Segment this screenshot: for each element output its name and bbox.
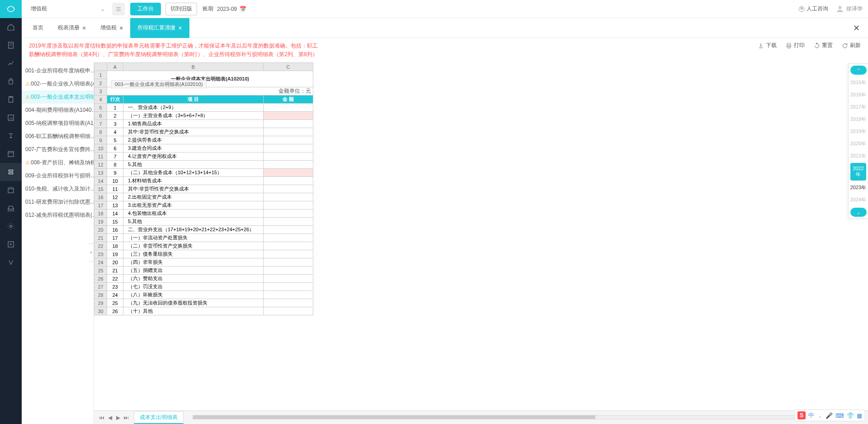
year-item[interactable]: 2024年 [849,194,868,206]
table-row[interactable]: 2218（二）非货币性资产交换损失 [94,242,313,250]
nav-chart-icon[interactable] [0,54,22,72]
ime-toolbar[interactable]: S 中，🎤⌨👕▦ [794,410,865,421]
table-row[interactable]: 2016二、营业外支出（17+18+19+20+21+22+23+24+25+2… [94,226,313,234]
sheet-nav-prev[interactable]: ◀ [106,414,114,421]
tab-增值税[interactable]: 增值税× [93,18,130,38]
close-icon[interactable]: × [82,24,86,32]
sheet-nav-last[interactable]: ⏭ [122,414,130,421]
table-row[interactable]: 51一、营业成本（2+9） [94,104,313,112]
download-button[interactable]: 下载 [758,42,777,49]
table-row[interactable]: 62（一）主营业务成本（3+5+6+7+8） [94,112,313,120]
year-item[interactable]: 2017年 [849,101,868,113]
table-row[interactable]: 18144.包装物出租成本 [94,210,313,218]
year-scroll-down[interactable]: ⌄ [850,208,867,217]
list-item[interactable]: ⚠002-一般企业收入明细表(A… [22,77,94,91]
nav-archive-icon[interactable] [0,181,22,199]
table-row[interactable]: 14101.材料销售成本 [94,177,313,185]
form-list-panel: 001-企业所得税年度纳税申…⚠002-一般企业收入明细表(A…⚠003-一般企… [22,62,94,424]
close-icon[interactable]: × [178,24,182,32]
reset-button[interactable]: 重置 [814,42,833,49]
tab-税表清册[interactable]: 税表清册× [51,18,93,38]
warn-icon: ⚠ [25,94,30,100]
print-button[interactable]: 打印 [786,42,805,49]
spreadsheet-grid[interactable]: ABC 1一般企业成本支出明细表(A102010) 2 3003-一般企业成本支… [94,62,313,315]
nav-text-icon[interactable] [0,127,22,145]
list-item[interactable]: 004-期间费用明细表(A1040… [22,104,94,117]
refresh-button[interactable]: 刷新 [842,42,861,49]
nav-clipboard-icon[interactable] [0,91,22,109]
year-selector-panel: ⌃ 2015年2016年2017年2018年2019年2020年2021年202… [848,63,868,219]
list-item[interactable]: 010-免税、减计收入及加计… [22,182,94,195]
table-row[interactable]: 16122.出租固定资产成本 [94,193,313,201]
switch-old-button[interactable]: 切到旧版 [165,3,197,15]
table-row[interactable]: 2925（九）无法收回的债券股权投资损失 [94,299,313,307]
list-item[interactable]: 001-企业所得税年度纳税申… [22,64,94,77]
table-row[interactable]: 1174.让渡资产使用权成本 [94,152,313,161]
nav-bag-icon[interactable] [0,72,22,91]
tab-所得税汇算清缴[interactable]: 所得税汇算清缴× [130,18,189,38]
nav-play-icon[interactable] [0,235,22,253]
list-item[interactable]: 007-广告费和业务宣传费跨… [22,143,94,156]
year-item[interactable]: 2020年 [849,138,868,150]
list-item[interactable]: 011-研发费用加计扣除优惠… [22,195,94,209]
help-link[interactable]: 人工咨询 [798,5,828,13]
table-row[interactable]: 952.提供劳务成本 [94,136,313,144]
table-row[interactable]: 2420（四）非常损失 [94,258,313,267]
svg-point-8 [839,6,842,9]
table-row[interactable]: 2622（六）赞助支出 [94,275,313,283]
list-item[interactable]: ⚠003-一般企业成本支出明细… [22,91,94,104]
nav-tax-icon[interactable] [0,163,22,181]
list-item[interactable]: 009-企业所得税弥补亏损明… [22,169,94,182]
nav-settings-icon[interactable] [0,217,22,235]
sheet-tab[interactable]: 成本支出明细表 [134,411,184,424]
list-item[interactable]: 006-职工薪酬纳税调整明细… [22,130,94,143]
nav-inbox-icon[interactable] [0,199,22,217]
table-row[interactable]: 1285.其他 [94,161,313,169]
tab-首页[interactable]: 首页 [25,18,51,38]
sheet-nav-next[interactable]: ▶ [114,414,122,421]
table-row[interactable]: 2319（三）债务重组损失 [94,250,313,258]
year-item[interactable]: 2019年 [849,125,868,138]
user-menu[interactable]: 徐泽华 [835,5,863,14]
close-icon[interactable]: × [119,24,123,32]
sheet-nav-first[interactable]: ⏮ [98,414,106,421]
year-item[interactable]: 2022年 [850,163,866,181]
table-row[interactable]: 2723（七）罚没支出 [94,283,313,291]
year-item[interactable]: 2016年 [849,89,868,101]
table-row[interactable]: 2521（五）捐赠支出 [94,267,313,275]
app-logo[interactable] [0,0,22,18]
table-row[interactable]: 2117（一）非流动资产处置损失 [94,234,313,242]
list-item[interactable]: 005-纳税调整项目明细表(A1… [22,117,94,130]
nav-doc-icon[interactable] [0,36,22,54]
close-all-tabs-icon[interactable]: ✕ [852,24,861,33]
year-item[interactable]: 2023年 [849,181,868,194]
year-item[interactable]: 2018年 [849,113,868,125]
table-row[interactable]: 19155.其他 [94,218,313,226]
table-row[interactable]: 2824（八）坏账损失 [94,291,313,299]
module-dropdown[interactable]: 增值税⌄ [27,3,108,15]
list-item[interactable]: ⚠008-资产折旧、摊销及纳税… [22,156,94,169]
table-row[interactable]: 1511其中:非货币性资产交换成本 [94,185,313,193]
year-item[interactable]: 2021年 [849,150,868,162]
horizontal-scrollbar[interactable] [193,415,864,420]
svg-rect-5 [8,189,14,193]
workbench-button[interactable]: 工作台 [130,3,161,15]
nav-report-icon[interactable] [0,109,22,127]
table-row[interactable]: 139（二）其他业务成本（10+12+13+14+15） [94,169,313,177]
table-row[interactable]: 1063.建造合同成本 [94,144,313,152]
table-row[interactable]: 17133.出租无形资产成本 [94,201,313,210]
nav-home-icon[interactable] [0,18,22,36]
year-scroll-up[interactable]: ⌃ [850,66,867,75]
list-item[interactable]: 012-减免所得税优惠明细表(… [22,209,94,222]
table-row[interactable]: 731.销售商品成本 [94,120,313,128]
calendar-icon[interactable]: 📅 [240,6,246,12]
nav-calendar-icon[interactable] [0,145,22,163]
year-item[interactable]: 2015年 [849,76,868,89]
table-row[interactable]: 84其中:非货币性资产交换成本 [94,128,313,136]
list-toggle-icon[interactable] [112,3,125,15]
nav-v-icon[interactable] [0,253,22,272]
collapse-handle[interactable]: « [89,243,94,262]
topbar: 增值税⌄ 工作台 切到旧版 账期 2023-09 📅 人工咨询 徐泽华 [22,0,868,18]
table-row[interactable]: 3026（十）其他 [94,307,313,315]
svg-rect-10 [787,45,791,47]
